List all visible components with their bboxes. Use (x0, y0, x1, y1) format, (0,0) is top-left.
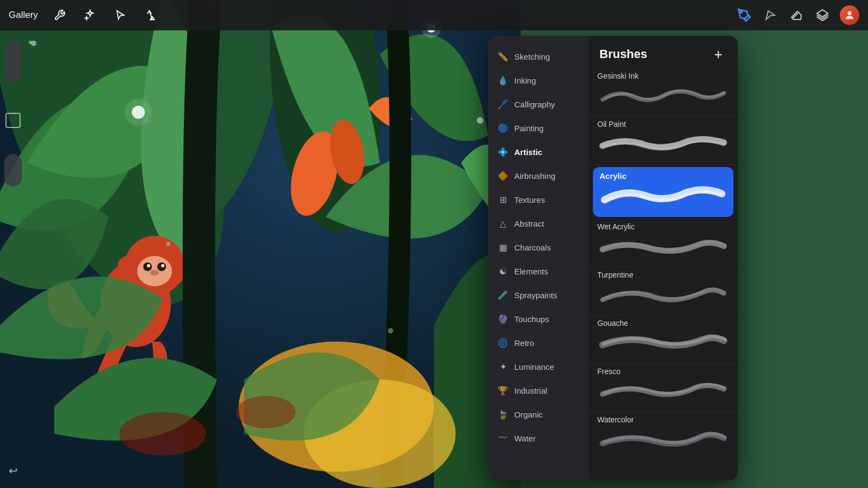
toolbar: Gallery (0, 0, 868, 30)
brush-item-watercolor[interactable]: Watercolor (589, 412, 738, 460)
abstract-icon: △ (497, 217, 509, 229)
pen-tool-icon[interactable] (736, 7, 753, 24)
category-item-elements[interactable]: ☯ Elements (488, 259, 589, 283)
transform-icon[interactable] (142, 7, 159, 24)
water-icon: 〰 (497, 432, 509, 444)
undo-button[interactable]: ↩ (9, 464, 18, 477)
svg-point-20 (118, 256, 137, 275)
brush-item-wet-acrylic[interactable]: Wet Acrylic (589, 219, 738, 267)
brush-stroke-acrylic (599, 184, 727, 209)
category-item-sketching[interactable]: ✏️ Sketching (488, 44, 589, 68)
retro-icon: 🌀 (497, 337, 509, 349)
brush-label-acrylic: Acrylic (599, 171, 727, 181)
airbrushing-icon: 🔶 (497, 170, 509, 182)
brush-size-slider[interactable] (4, 39, 22, 82)
svg-point-24 (119, 412, 206, 455)
brush-item-oil-paint[interactable]: Oil Paint (589, 117, 738, 165)
svg-point-9 (125, 99, 152, 126)
brush-stroke-oil (597, 132, 729, 157)
sketching-icon: ✏️ (497, 50, 509, 62)
wrench-icon[interactable] (51, 7, 68, 24)
inking-icon: 💧 (497, 74, 509, 86)
svg-point-33 (847, 11, 851, 15)
gallery-button[interactable]: Gallery (9, 10, 38, 21)
brush-item-fresco[interactable]: Fresco (589, 364, 738, 412)
brush-panel-header: Brushes + (589, 36, 738, 68)
brushes-title: Brushes (599, 47, 647, 61)
brush-stroke-wet-acrylic (597, 234, 729, 259)
elements-icon: ☯ (497, 265, 509, 277)
organic-icon: 🍃 (497, 408, 509, 420)
category-list: ✏️ Sketching 💧 Inking 🖊️ Calligraphy 🔵 P… (488, 36, 589, 480)
category-item-charcoals[interactable]: ▦ Charcoals (488, 235, 589, 259)
brush-label-fresco: Fresco (597, 367, 729, 376)
canvas-area[interactable] (0, 0, 868, 488)
category-item-retro[interactable]: 🌀 Retro (488, 331, 589, 355)
svg-point-26 (29, 41, 32, 44)
svg-point-30 (740, 11, 742, 12)
brush-list: Brushes + Gesinski Ink Oil Paint (589, 36, 738, 480)
svg-point-19 (150, 270, 159, 275)
brush-stroke-turpentine (597, 282, 729, 307)
brush-label-oil: Oil Paint (597, 120, 729, 129)
brush-item-gouache[interactable]: Gouache (589, 316, 738, 364)
toolbar-right (736, 5, 859, 25)
category-item-calligraphy[interactable]: 🖊️ Calligraphy (488, 92, 589, 116)
avatar[interactable] (840, 5, 859, 25)
category-item-spraypaints[interactable]: 🧪 Spraypaints (488, 283, 589, 307)
painting-icon: 🔵 (497, 122, 509, 134)
brush-item-turpentine[interactable]: Turpentine (589, 267, 738, 316)
brush-item-acrylic[interactable]: Acrylic (593, 167, 733, 217)
brush-label-wet-acrylic: Wet Acrylic (597, 222, 729, 231)
category-item-luminance[interactable]: ✦ Luminance (488, 355, 589, 378)
brush-item-gesinski-ink[interactable]: Gesinski Ink (589, 68, 738, 117)
brush-label-watercolor: Watercolor (597, 415, 729, 424)
magic-icon[interactable] (81, 7, 99, 24)
ink-pen-icon[interactable] (762, 7, 779, 24)
svg-point-27 (166, 242, 170, 246)
svg-point-10 (477, 117, 483, 124)
svg-point-18 (161, 264, 164, 267)
calligraphy-icon: 🖊️ (497, 98, 509, 110)
brush-stroke-watercolor (597, 427, 729, 452)
category-item-abstract[interactable]: △ Abstract (488, 211, 589, 235)
opacity-slider[interactable] (4, 154, 22, 187)
category-item-touchups[interactable]: 🔮 Touchups (488, 307, 589, 331)
charcoals-icon: ▦ (497, 241, 509, 253)
category-item-organic[interactable]: 🍃 Organic (488, 402, 589, 426)
touchups-icon: 🔮 (497, 313, 509, 325)
brush-stroke-fresco (597, 379, 729, 404)
eraser-icon[interactable] (788, 7, 805, 24)
category-item-inking[interactable]: 💧 Inking (488, 68, 589, 92)
brush-stroke-gouache (597, 331, 729, 356)
add-brush-button[interactable]: + (710, 46, 727, 63)
svg-point-28 (388, 328, 393, 333)
svg-point-25 (236, 396, 296, 428)
brushes-panel: ✏️ Sketching 💧 Inking 🖊️ Calligraphy 🔵 P… (488, 36, 738, 480)
toolbar-left: Gallery (9, 7, 725, 24)
selection-icon[interactable] (112, 7, 129, 24)
brush-stroke-gesinski (597, 84, 729, 108)
category-item-airbrushing[interactable]: 🔶 Airbrushing (488, 164, 589, 188)
layer-toggle[interactable] (5, 113, 21, 128)
industrial-icon: 🏆 (497, 384, 509, 396)
artistic-icon: 💠 (497, 146, 509, 158)
brush-label-gouache: Gouache (597, 319, 729, 328)
brush-label-gesinski: Gesinski Ink (597, 72, 729, 80)
layers-icon[interactable] (814, 7, 831, 24)
spraypaints-icon: 🧪 (497, 289, 509, 301)
category-item-textures[interactable]: ⊞ Textures (488, 188, 589, 211)
left-sidebar (0, 30, 26, 488)
svg-point-17 (147, 264, 150, 267)
category-item-water[interactable]: 〰 Water (488, 426, 589, 450)
textures-icon: ⊞ (497, 194, 509, 206)
category-item-industrial[interactable]: 🏆 Industrial (488, 378, 589, 402)
luminance-icon: ✦ (497, 361, 509, 373)
category-item-artistic[interactable]: 💠 Artistic (488, 140, 589, 164)
brush-label-turpentine: Turpentine (597, 271, 729, 279)
category-item-painting[interactable]: 🔵 Painting (488, 116, 589, 140)
